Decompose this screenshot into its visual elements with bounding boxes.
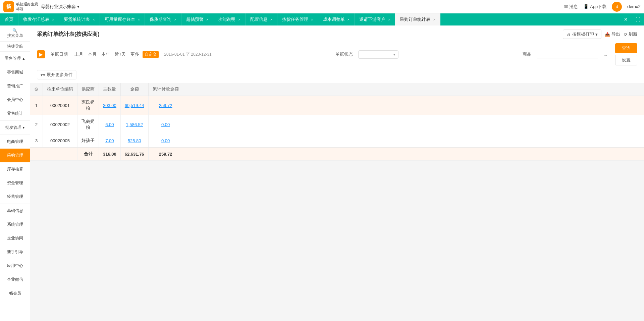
query-btn[interactable]: 查询 bbox=[615, 43, 637, 53]
nav-tabs: 首页 收发存汇总表 × 要货单统计表 × 可用量库存账本 × 保质期查询 × 超… bbox=[0, 13, 644, 25]
sidebar-item-operations[interactable]: 经营管理 bbox=[0, 190, 30, 204]
logo-text: 畅捷通好生意 标题 bbox=[16, 2, 38, 11]
sidebar-item-member[interactable]: 会员中心 bbox=[0, 93, 30, 107]
sidebar-item-ecommerce[interactable]: 电商管理 bbox=[0, 135, 30, 149]
sidebar-item-search[interactable]: 🔍 搜索菜单 bbox=[0, 25, 30, 42]
close-icon[interactable]: × bbox=[238, 17, 240, 21]
close-icon[interactable]: × bbox=[270, 17, 272, 21]
close-icon[interactable]: × bbox=[52, 17, 54, 21]
footer-label: 合计 bbox=[77, 147, 99, 161]
avatar[interactable]: d bbox=[612, 2, 622, 12]
close-icon[interactable]: × bbox=[174, 17, 176, 21]
refresh-btn[interactable]: ↺ 刷新 bbox=[624, 31, 637, 37]
app-download-btn[interactable]: 📱 App下载 bbox=[583, 4, 606, 10]
sidebar-item-marketing[interactable]: 营销推广 bbox=[0, 79, 30, 93]
goods-input[interactable] bbox=[537, 50, 598, 58]
tab-gongneng[interactable]: 功能说明 × bbox=[213, 13, 245, 25]
sidebar-item-quicknav[interactable]: 快捷导航 bbox=[0, 42, 30, 52]
footer-amount: 62,631.76 bbox=[120, 147, 148, 161]
close-icon[interactable]: × bbox=[388, 17, 390, 21]
row-extra-1 bbox=[183, 96, 644, 115]
row-qty-3[interactable]: 7.00 bbox=[99, 134, 121, 148]
close-icon[interactable]: × bbox=[206, 17, 208, 21]
data-table: ⚙ 往来单位编码 供应商 主数量 金额 累计付款金额 1 00020001 惠氏… bbox=[30, 83, 644, 161]
last-7days-btn[interactable]: 近7天 bbox=[113, 51, 127, 58]
more-fields-btn[interactable]: ... bbox=[604, 52, 607, 57]
sidebar-item-finance[interactable]: 资金管理 bbox=[0, 176, 30, 190]
table-body: 1 00020001 惠氏奶粉 303.00 60,519.44 259.72 … bbox=[30, 96, 644, 148]
row-paid-1[interactable]: 259.72 bbox=[148, 96, 183, 115]
this-month-btn[interactable]: 本月 bbox=[87, 51, 98, 58]
col-settings[interactable]: ⚙ bbox=[30, 83, 43, 96]
close-icon[interactable]: × bbox=[347, 17, 350, 21]
fullscreen-btn[interactable]: ⛶ bbox=[632, 13, 644, 25]
filter-toggle-btn[interactable]: ▶ bbox=[37, 50, 45, 58]
row-amount-3[interactable]: 525.80 bbox=[120, 134, 148, 148]
sidebar-item-wholesale[interactable]: 批发管理 ▾ bbox=[0, 121, 30, 135]
tab-chaochuyu[interactable]: 超储预警 × bbox=[181, 13, 213, 25]
tab-shoufacun[interactable]: 收发存汇总表 × bbox=[18, 13, 59, 25]
sidebar-item-enterprise[interactable]: 企业协同 bbox=[0, 231, 30, 245]
row-amount-1[interactable]: 60,519.44 bbox=[120, 96, 148, 115]
sidebar-item-app-center[interactable]: 应用中心 bbox=[0, 259, 30, 273]
tab-home[interactable]: 首页 bbox=[0, 13, 18, 25]
status-select[interactable] bbox=[358, 50, 398, 59]
message-icon: ✉ bbox=[564, 4, 568, 9]
close-icon[interactable]: × bbox=[138, 17, 140, 21]
content-area: 采购订单统计表(按供应商) 🖨 按模板打印 ▾ 📤 导出 ↺ 刷新 bbox=[30, 25, 644, 321]
print-btn[interactable]: 🖨 按模板打印 ▾ bbox=[563, 30, 601, 39]
row-amount-2[interactable]: 1,586.52 bbox=[120, 115, 148, 134]
row-qty-2[interactable]: 6.00 bbox=[99, 115, 121, 134]
sidebar-item-wechat[interactable]: 企业微信 bbox=[0, 273, 30, 286]
top-bar-right: ✉ 消息 📱 App下载 d demo2 bbox=[564, 2, 641, 12]
tab-yaohuo[interactable]: 要货单统计表 × bbox=[59, 13, 100, 25]
sidebar-item-inventory[interactable]: 库存核算 bbox=[0, 162, 30, 176]
search-icon: 🔍 bbox=[12, 28, 17, 33]
chevron-down-icon: ▾ bbox=[23, 126, 24, 129]
sidebar-item-purchase[interactable]: 采购管理 bbox=[0, 149, 30, 162]
dropdown-arrow-icon: ▾ bbox=[595, 32, 598, 37]
table-row: 2 00020002 飞鹤奶粉 6.00 1,586.52 0.00 bbox=[30, 115, 644, 134]
footer-paid: 259.72 bbox=[148, 147, 183, 161]
sidebar-item-member-plus[interactable]: 畅会员 bbox=[0, 286, 30, 300]
status-select-wrapper bbox=[358, 50, 398, 59]
sidebar-item-newbie[interactable]: 新手引导 bbox=[0, 245, 30, 259]
row-paid-3[interactable]: 0.00 bbox=[148, 134, 183, 148]
message-btn[interactable]: ✉ 消息 bbox=[564, 4, 578, 10]
tab-peizhixin[interactable]: 配置信息 × bbox=[246, 13, 277, 25]
expand-more-btn[interactable]: ▾▾ 展开更多条件 bbox=[37, 70, 76, 79]
column-settings-icon[interactable]: ⚙ bbox=[34, 87, 39, 92]
row-qty-1[interactable]: 303.00 bbox=[99, 96, 121, 115]
filter-row-1: ▶ 单据日期 上月 本月 本年 近7天 更多 自定义 2016-01-01 至 … bbox=[37, 43, 637, 65]
row-code-1: 00020001 bbox=[43, 96, 77, 115]
tab-jianhuo[interactable]: 拣货任务管理 × bbox=[277, 13, 318, 25]
col-amount: 金额 bbox=[120, 83, 148, 96]
main-layout: 🔍 搜索菜单 快捷导航 零售管理 ▲ 零售商城 营销推广 会员中心 零售统计 批… bbox=[0, 25, 644, 321]
sidebar: 🔍 搜索菜单 快捷导航 零售管理 ▲ 零售商城 营销推广 会员中心 零售统计 批… bbox=[0, 25, 30, 321]
close-icon[interactable]: × bbox=[433, 17, 435, 21]
col-code: 往来单位编码 bbox=[43, 83, 77, 96]
footer-empty bbox=[30, 147, 77, 161]
sidebar-item-retail-mgmt[interactable]: 零售管理 ▲ bbox=[0, 52, 30, 65]
sidebar-item-retail-stats[interactable]: 零售统计 bbox=[0, 107, 30, 120]
sidebar-item-basic-info[interactable]: 基础信息 bbox=[0, 204, 30, 218]
this-year-btn[interactable]: 本年 bbox=[100, 51, 111, 58]
sidebar-item-retail-shop[interactable]: 零售商城 bbox=[0, 65, 30, 79]
print-icon: 🖨 bbox=[567, 32, 571, 37]
custom-date-btn[interactable]: 自定义 bbox=[143, 51, 159, 58]
close-icon[interactable]: × bbox=[311, 17, 313, 21]
workspace-selector[interactable]: 母婴行业演示账套 ▾ bbox=[41, 4, 79, 10]
last-month-btn[interactable]: 上月 bbox=[73, 51, 85, 58]
tab-yaoqing[interactable]: 邀请下游客户 × bbox=[355, 13, 395, 25]
export-btn[interactable]: 📤 导出 bbox=[605, 31, 620, 37]
row-paid-2[interactable]: 0.00 bbox=[148, 115, 183, 134]
close-all-tabs-btn[interactable]: ✕ bbox=[620, 13, 632, 25]
close-icon[interactable]: × bbox=[93, 17, 95, 21]
sidebar-item-system[interactable]: 系统管理 bbox=[0, 218, 30, 231]
tab-kuyun[interactable]: 可用量库存账本 × bbox=[100, 13, 145, 25]
tab-chengben[interactable]: 成本调整单 × bbox=[318, 13, 355, 25]
more-date-btn[interactable]: 更多 bbox=[129, 51, 141, 58]
tab-caigou-active[interactable]: 采购订单统计表 × bbox=[395, 13, 440, 25]
settings-btn[interactable]: 设置 bbox=[615, 55, 637, 65]
tab-baozhiqi[interactable]: 保质期查询 × bbox=[145, 13, 181, 25]
